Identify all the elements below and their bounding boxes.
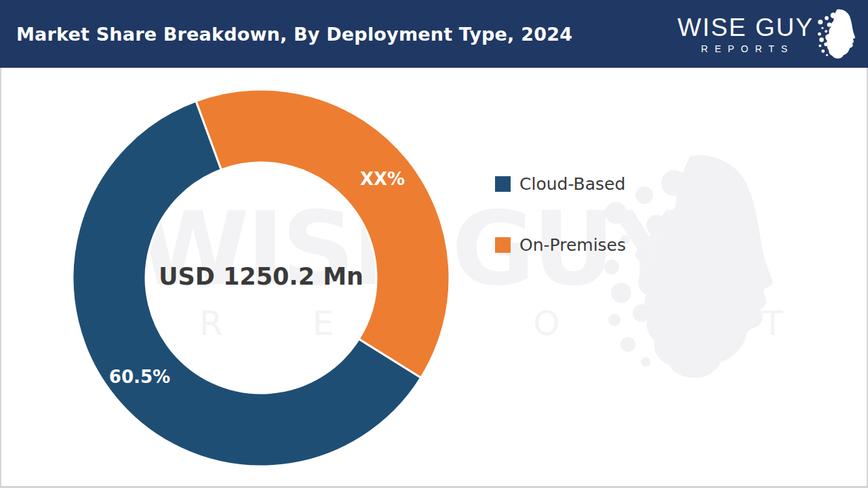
brand-face-icon	[816, 8, 859, 60]
legend-swatch	[495, 237, 511, 253]
brand-logo-text: WISE GUY REPORTS	[677, 15, 814, 54]
chart-legend: Cloud-Based On-Premises	[495, 175, 626, 297]
donut-chart	[1, 68, 868, 488]
legend-label: Cloud-Based	[519, 174, 625, 194]
brand-logo: WISE GUY REPORTS	[677, 8, 859, 60]
page-title: Market Share Breakdown, By Deployment Ty…	[16, 24, 572, 45]
legend-swatch	[495, 176, 511, 192]
header-bar: Market Share Breakdown, By Deployment Ty…	[0, 0, 868, 68]
brand-name: WISE GUY	[677, 15, 814, 40]
legend-label: On-Premises	[519, 235, 626, 255]
slice-label-on-premises: XX%	[360, 169, 405, 189]
donut-center-value: USD 1250.2 Mn	[159, 263, 363, 290]
legend-item-cloud-based: Cloud-Based	[495, 175, 626, 192]
donut-segment-on-premises	[196, 89, 450, 378]
chart-canvas: WISE GUY R E P O R T S 60.5% XX% USD 125…	[0, 68, 868, 488]
legend-item-on-premises: On-Premises	[495, 236, 626, 253]
slice-label-cloud-based: 60.5%	[109, 367, 170, 387]
brand-subname: REPORTS	[697, 44, 794, 54]
